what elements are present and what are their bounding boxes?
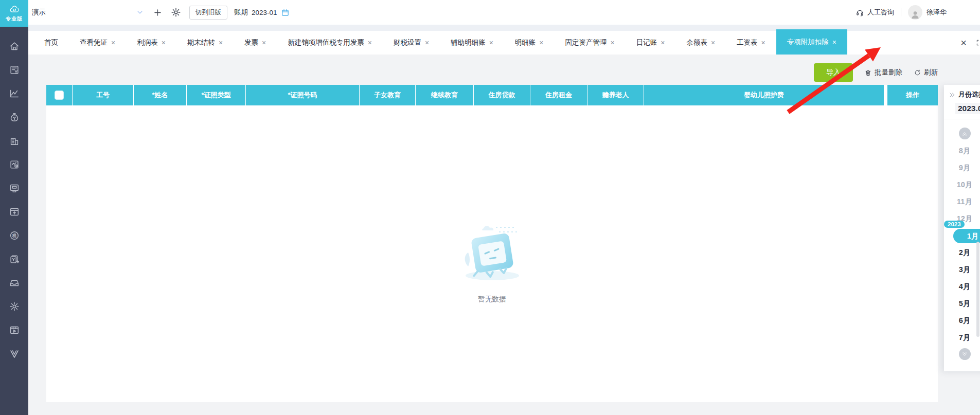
column-header: 子女教育 [360, 85, 415, 105]
column-header: 工号 [73, 85, 133, 105]
tab[interactable]: 专项附加扣除 × [776, 29, 847, 55]
edition-label: 专业版 [6, 15, 23, 23]
chevron-down-icon [136, 8, 144, 16]
sidebar-item-video-player[interactable] [0, 319, 28, 343]
tab-close-icon[interactable]: × [539, 39, 543, 46]
sidebar-item-gear[interactable] [0, 296, 28, 319]
table-header: 工号*姓名*证照类型*证照号码子女教育继续教育住房贷款住房租金赡养老人婴幼儿照护… [46, 85, 938, 105]
column-header: 住房租金 [530, 85, 587, 105]
month-item[interactable]: 9月 [951, 159, 978, 176]
refresh-button[interactable]: 刷新 [914, 68, 938, 77]
column-header: 住房贷款 [474, 85, 530, 105]
salary-window-icon [9, 206, 20, 220]
fullscreen-icon[interactable] [975, 39, 980, 47]
tab-close-icon[interactable]: × [611, 39, 615, 46]
tab-close-icon[interactable]: × [832, 39, 836, 46]
batch-delete-button[interactable]: 批量删除 [864, 68, 902, 77]
select-all-cell [46, 85, 72, 105]
month-item[interactable]: 7月 [951, 329, 978, 346]
tab-close-icon[interactable]: × [219, 39, 223, 46]
tab-close-icon[interactable]: × [262, 39, 266, 46]
tab[interactable]: 查看凭证 × [69, 31, 126, 55]
user-menu[interactable]: 徐泽华 [908, 5, 947, 20]
video-player-icon [9, 324, 20, 338]
action-column-header: 操作 [887, 85, 938, 105]
refresh-icon [914, 69, 921, 77]
period-label: 账期 [234, 8, 248, 17]
tab-close-icon[interactable]: × [162, 39, 166, 46]
tab-close-icon[interactable]: × [368, 39, 372, 46]
month-item[interactable]: 4月 [951, 278, 978, 295]
empty-text: 暂无数据 [454, 295, 531, 304]
sidebar-item-invoice-calc[interactable] [0, 59, 28, 83]
month-item[interactable]: 10月 [951, 176, 978, 193]
scrollbar-thumb[interactable] [976, 242, 979, 337]
sidebar-item-tax[interactable]: 税 [0, 225, 28, 248]
month-item[interactable]: 2月 [951, 244, 978, 261]
sidebar-item-line-chart[interactable] [0, 83, 28, 106]
support-button[interactable]: 人工咨询 [856, 8, 894, 17]
divider [901, 8, 901, 16]
calendar-icon[interactable] [281, 8, 290, 17]
headset-icon [856, 8, 864, 17]
cloud-logo-icon [8, 5, 21, 15]
sidebar-item-carryover-book[interactable] [0, 248, 28, 272]
tab[interactable]: 利润表 × [126, 31, 176, 55]
import-button[interactable]: 导入 [814, 63, 853, 82]
gear-icon[interactable] [170, 7, 182, 18]
sidebar-item-voucher-printer[interactable] [0, 177, 28, 201]
month-item[interactable]: 8月 [951, 142, 978, 159]
tab[interactable]: 辅助明细账 × [440, 31, 504, 55]
switch-old-version-button[interactable]: 切到旧版 [189, 6, 227, 20]
scroll-down-button[interactable] [951, 348, 978, 360]
month-item[interactable]: 3月 [951, 261, 978, 278]
tab[interactable]: 发票 × [234, 31, 277, 55]
current-period: 2023.01 [955, 103, 980, 114]
sidebar-item-salary-window[interactable] [0, 201, 28, 225]
person-icon [910, 9, 920, 20]
tab[interactable]: 日记账 × [626, 31, 676, 55]
month-item[interactable]: 5月 [951, 295, 978, 312]
sidebar-item-v-logo[interactable] [0, 343, 28, 367]
period-value[interactable]: 2023-01 [252, 9, 277, 16]
scroll-up-button[interactable] [951, 128, 978, 139]
tab-close-icon[interactable]: × [489, 39, 493, 46]
month-item[interactable]: 6月 [951, 312, 978, 329]
sidebar-item-report-check[interactable] [0, 154, 28, 177]
month-item[interactable]: 11月 [951, 193, 978, 210]
avatar [908, 5, 922, 20]
select-all-checkbox[interactable] [55, 91, 64, 100]
line-chart-icon [9, 88, 20, 101]
column-header: *姓名 [134, 85, 186, 105]
invoice-calc-icon [9, 64, 20, 78]
tax-icon: 税 [9, 230, 20, 243]
tab-close-icon[interactable]: × [711, 39, 715, 46]
tab[interactable]: 固定资产管理 × [555, 31, 626, 55]
tab[interactable]: 余额表 × [675, 31, 726, 55]
tab[interactable]: 首页 [33, 31, 69, 55]
username: 徐泽华 [926, 8, 947, 17]
tab-close-icon[interactable]: × [761, 39, 765, 46]
sidebar-item-inbox-tray[interactable] [0, 272, 28, 296]
tab[interactable]: 财税设置 × [383, 31, 440, 55]
inbox-tray-icon [9, 277, 20, 291]
collapse-panel-icon[interactable] [948, 91, 956, 99]
tab-close-icon[interactable]: × [111, 39, 115, 46]
sidebar-item-building[interactable] [0, 130, 28, 154]
company-name: 演示 [32, 8, 46, 17]
plus-icon[interactable] [153, 8, 163, 17]
tab[interactable]: 期末结转 × [176, 31, 234, 55]
sidebar-item-home[interactable] [0, 35, 28, 59]
tab[interactable]: 明细账 × [504, 31, 555, 55]
home-icon [9, 41, 20, 54]
month-item-selected[interactable]: 1月 [953, 229, 980, 243]
company-selector[interactable]: 演示 [32, 8, 144, 17]
tab[interactable]: 新建销项增值税专用发票 × [277, 31, 383, 55]
money-bag-icon [9, 112, 20, 125]
tab-close-icon[interactable]: × [425, 39, 429, 46]
tab-close-icon[interactable]: × [661, 39, 665, 46]
tab[interactable]: 工资表 × [726, 31, 776, 55]
sidebar-item-money-bag[interactable] [0, 106, 28, 130]
close-all-tabs-icon[interactable]: × [960, 38, 967, 48]
app-logo[interactable]: 专业版 [0, 0, 28, 27]
